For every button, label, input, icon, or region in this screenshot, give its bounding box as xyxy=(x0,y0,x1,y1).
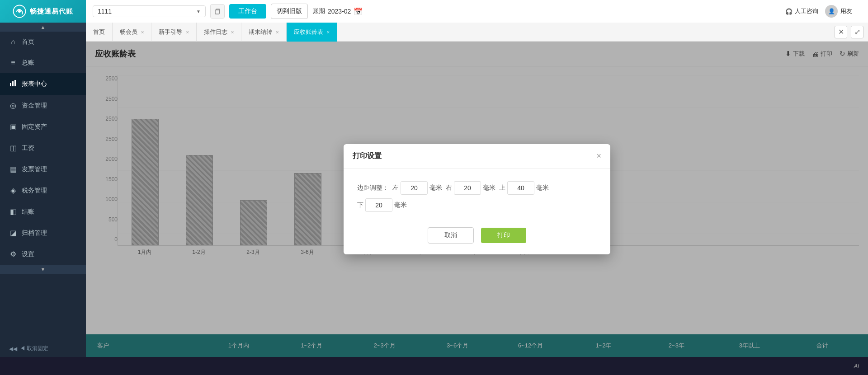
tab-ar-aging-close[interactable]: × xyxy=(327,29,330,35)
margin-label: 边距调整： xyxy=(357,184,389,192)
sidebar: ▲ ⌂ 首页 ≡ 总账 报表中心 ◎ 资金管理 ▣ 固定资产 xyxy=(0,23,86,357)
margin-adjustment-row: 边距调整： 左 毫米 右 毫米 xyxy=(357,181,597,212)
svg-rect-4 xyxy=(12,81,14,86)
tab-log-label: 操作日志 xyxy=(204,28,227,36)
sidebar-label-reports: 报表中心 xyxy=(22,80,47,88)
sidebar-scroll-up[interactable]: ▲ xyxy=(0,23,86,32)
right-prefix: 右 xyxy=(446,184,452,192)
page-content: 应收账龄表 ⬇ 下载 🖨 打印 ↻ 刷新 xyxy=(86,42,868,357)
bottom-unit: 毫米 xyxy=(394,201,407,209)
tab-vip[interactable]: 畅会员 × xyxy=(113,23,151,42)
support-button[interactable]: 🎧 人工咨询 xyxy=(785,7,818,15)
tab-home[interactable]: 首页 xyxy=(86,23,113,42)
ai-bar: Ai xyxy=(0,357,868,375)
period-area: 账期 2023-02 📅 xyxy=(312,7,363,16)
tax-icon: ◈ xyxy=(9,186,17,195)
margin-right-group: 右 毫米 xyxy=(446,181,495,195)
dialog-close-button[interactable]: × xyxy=(596,151,601,161)
collapse-label: ◀ 取消固定 xyxy=(20,345,48,352)
sidebar-collapse-button[interactable]: ◀◀ ◀ 取消固定 xyxy=(0,340,86,357)
sidebar-item-tax[interactable]: ◈ 税务管理 xyxy=(0,180,86,201)
top-prefix: 上 xyxy=(499,184,505,192)
tab-home-label: 首页 xyxy=(93,28,105,36)
left-margin-input[interactable] xyxy=(401,181,428,195)
reports-icon xyxy=(9,80,17,89)
invoices-icon: ▤ xyxy=(9,165,17,173)
right-unit: 毫米 xyxy=(483,184,495,192)
svg-rect-2 xyxy=(215,10,219,14)
tab-guide-close[interactable]: × xyxy=(186,29,189,35)
headphone-icon: 🎧 xyxy=(785,8,793,15)
sidebar-label-assets: 固定资产 xyxy=(22,123,47,131)
margin-left-group: 左 毫米 xyxy=(392,181,442,195)
logo-text: 畅捷通易代账 xyxy=(30,7,73,16)
sidebar-item-ledger[interactable]: ≡ 总账 xyxy=(0,52,86,73)
left-unit: 毫米 xyxy=(429,184,442,192)
avatar: 👤 xyxy=(825,5,838,18)
ledger-icon: ≡ xyxy=(9,59,17,67)
sidebar-label-closing: 结账 xyxy=(22,208,34,216)
tab-closing[interactable]: 期末结转 × xyxy=(241,23,286,42)
margin-bottom-group: 下 毫米 xyxy=(357,198,407,212)
ai-text[interactable]: Ai xyxy=(854,363,859,370)
dropdown-arrow-icon: ▼ xyxy=(196,9,201,14)
logo-icon xyxy=(13,5,26,18)
tab-vip-close[interactable]: × xyxy=(141,29,144,35)
tab-closing-close[interactable]: × xyxy=(276,29,278,35)
calendar-icon[interactable]: 📅 xyxy=(354,7,363,16)
settings-icon: ⚙ xyxy=(9,250,17,258)
assets-icon: ▣ xyxy=(9,122,17,131)
sidebar-item-funds[interactable]: ◎ 资金管理 xyxy=(0,95,86,116)
margin-top-group: 上 毫米 xyxy=(499,181,549,195)
tab-closing-label: 期末结转 xyxy=(249,28,272,36)
sidebar-label-archive: 归档管理 xyxy=(22,229,47,237)
tab-close-all-button[interactable]: ✕ xyxy=(835,26,847,38)
company-selector[interactable]: 1111 ▼ xyxy=(93,5,206,17)
svg-rect-3 xyxy=(10,83,11,86)
top-unit: 毫米 xyxy=(536,184,549,192)
sidebar-item-settings[interactable]: ⚙ 设置 xyxy=(0,244,86,265)
tab-guide[interactable]: 新手引导 × xyxy=(151,23,196,42)
sidebar-label-payroll: 工资 xyxy=(22,144,34,152)
workbench-button[interactable]: 工作台 xyxy=(229,4,266,19)
sidebar-item-home[interactable]: ⌂ 首页 xyxy=(0,32,86,52)
period-label: 账期 xyxy=(312,7,325,15)
collapse-icon: ◀◀ xyxy=(9,346,17,352)
dialog-body: 边距调整： 左 毫米 右 毫米 xyxy=(344,169,610,223)
bottom-prefix: 下 xyxy=(357,201,363,209)
payroll-icon: ◫ xyxy=(9,144,17,152)
tab-log[interactable]: 操作日志 × xyxy=(197,23,241,42)
tab-vip-label: 畅会员 xyxy=(120,28,137,36)
closing-icon: ◧ xyxy=(9,207,17,216)
sidebar-scroll-down[interactable]: ▼ xyxy=(0,265,86,274)
bottom-margin-input[interactable] xyxy=(365,198,392,212)
dialog-title: 打印设置 xyxy=(353,151,382,161)
sidebar-label-funds: 资金管理 xyxy=(22,102,47,110)
confirm-print-button[interactable]: 打印 xyxy=(481,228,526,243)
tab-guide-label: 新手引导 xyxy=(159,28,182,36)
copy-company-button[interactable] xyxy=(210,4,225,19)
left-prefix: 左 xyxy=(392,184,399,192)
tab-expand-button[interactable]: ⤢ xyxy=(851,26,863,38)
top-margin-input[interactable] xyxy=(507,181,534,195)
sidebar-item-assets[interactable]: ▣ 固定资产 xyxy=(0,116,86,137)
period-value: 2023-02 xyxy=(328,8,351,15)
logo-area: 畅捷通易代账 xyxy=(0,0,86,23)
sidebar-item-closing[interactable]: ◧ 结账 xyxy=(0,201,86,222)
user-area[interactable]: 👤 用友 xyxy=(825,5,852,18)
sidebar-item-archive[interactable]: ◪ 归档管理 xyxy=(0,222,86,244)
tab-ar-aging[interactable]: 应收账龄表 × xyxy=(287,23,337,42)
sidebar-label-ledger: 总账 xyxy=(22,59,34,67)
cancel-button[interactable]: 取消 xyxy=(428,227,474,244)
tab-ar-aging-label: 应收账龄表 xyxy=(294,28,323,36)
tab-log-close[interactable]: × xyxy=(231,29,234,35)
chart-bar-icon xyxy=(9,80,17,87)
sidebar-item-payroll[interactable]: ◫ 工资 xyxy=(0,137,86,159)
sidebar-item-invoices[interactable]: ▤ 发票管理 xyxy=(0,159,86,180)
dialog-header: 打印设置 × xyxy=(344,144,610,169)
switch-old-button[interactable]: 切到旧版 xyxy=(271,4,308,19)
copy-icon xyxy=(214,8,221,15)
right-margin-input[interactable] xyxy=(454,181,481,195)
sidebar-label-tax: 税务管理 xyxy=(22,187,47,195)
sidebar-item-reports[interactable]: 报表中心 xyxy=(0,73,86,95)
